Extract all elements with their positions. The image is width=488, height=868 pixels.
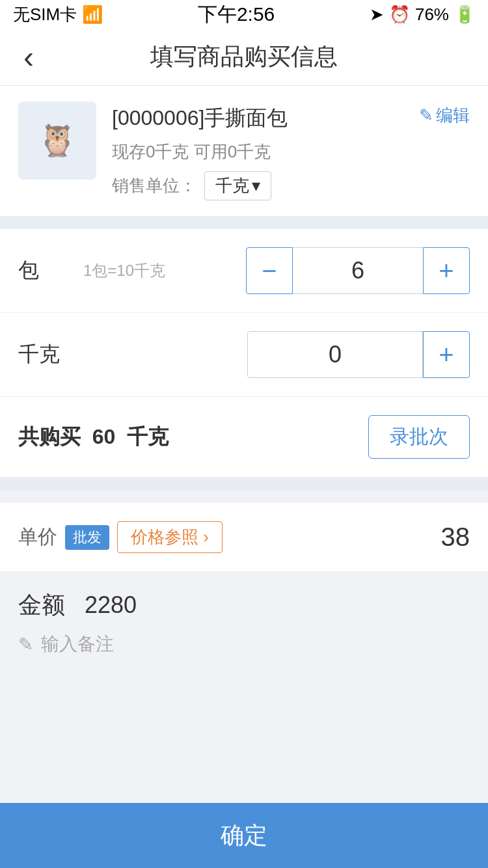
batch-button[interactable]: 录批次 — [368, 415, 470, 459]
confirm-text: 确定 — [221, 820, 267, 852]
kg-plus-button[interactable]: + — [423, 331, 470, 378]
bag-plus-button[interactable]: + — [423, 247, 470, 294]
product-name: [0000006]手撕面包 — [112, 104, 288, 133]
nav-bar: ‹ 填写商品购买信息 — [0, 29, 488, 86]
edit-button[interactable]: ✎ 编辑 — [419, 104, 470, 127]
total-label: 共购买 — [18, 425, 81, 448]
divider-1 — [0, 216, 488, 229]
remark-placeholder: 输入备注 — [41, 632, 114, 657]
total-row: 共购买 60 千克 录批次 — [0, 397, 488, 477]
carrier-text: 无SIM卡 — [13, 3, 77, 26]
battery-text: 76% — [415, 5, 449, 25]
back-button[interactable]: ‹ — [0, 29, 57, 86]
plus-icon: + — [439, 256, 454, 286]
status-left: 无SIM卡 📶 — [13, 3, 103, 26]
product-info: [0000006]手撕面包 ✎ 编辑 现存0千克 可用0千克 销售单位： 千克 … — [112, 102, 470, 200]
total-amount: 60 — [92, 425, 116, 448]
amount-row: 金额 2280 — [18, 590, 470, 621]
kg-input-row: 千克 + — [0, 313, 488, 397]
product-header: [0000006]手撕面包 ✎ 编辑 — [112, 104, 470, 133]
edit-icon: ✎ — [419, 105, 433, 126]
product-logo-icon: 🦉 — [38, 122, 77, 159]
bag-hint: 1包=10千克 — [83, 260, 165, 281]
unit-select[interactable]: 千克 ▾ — [204, 171, 271, 200]
remark-row[interactable]: ✎ 输入备注 — [18, 632, 470, 657]
product-section: 🦉 [0000006]手撕面包 ✎ 编辑 现存0千克 可用0千克 销售单位： 千… — [0, 86, 488, 216]
price-tag: 批发 — [65, 525, 109, 550]
wifi-icon: 📶 — [82, 5, 103, 25]
price-left: 单价 批发 价格参照 › — [18, 521, 223, 553]
amount-label: 金额 — [18, 591, 65, 618]
total-text: 共购买 60 千克 — [18, 423, 169, 452]
page-title: 填写商品购买信息 — [0, 41, 488, 73]
status-bar: 无SIM卡 📶 下午2:56 ➤ ⏰ 76% 🔋 — [0, 0, 488, 29]
back-icon: ‹ — [23, 39, 34, 75]
kg-input[interactable] — [247, 331, 423, 378]
unit-dropdown-icon: ▾ — [252, 176, 260, 196]
divider-2 — [0, 477, 488, 490]
unit-label: 销售单位： — [112, 174, 197, 197]
product-stock: 现存0千克 可用0千克 — [112, 141, 470, 163]
minus-icon: − — [262, 256, 277, 286]
amount-section: 金额 2280 ✎ 输入备注 — [0, 571, 488, 667]
bag-label: 包 — [18, 256, 70, 285]
price-section: 单价 批发 价格参照 › 38 — [0, 503, 488, 571]
product-image: 🦉 — [18, 102, 96, 180]
input-section: 包 1包=10千克 − + 千克 + — [0, 229, 488, 477]
edit-label: 编辑 — [436, 104, 470, 127]
bag-input-row: 包 1包=10千克 − + — [0, 229, 488, 313]
kg-plus-icon: + — [439, 340, 454, 370]
price-value: 38 — [441, 522, 470, 552]
battery-icon: 🔋 — [454, 5, 475, 25]
pencil-icon: ✎ — [18, 634, 33, 655]
bag-input[interactable] — [293, 247, 423, 294]
total-unit: 千克 — [127, 425, 169, 448]
kg-controls: + — [247, 331, 470, 378]
kg-label: 千克 — [18, 340, 70, 369]
bag-minus-button[interactable]: − — [246, 247, 293, 294]
alarm-icon: ⏰ — [389, 5, 410, 25]
time-display: 下午2:56 — [198, 1, 275, 28]
bag-controls: − + — [246, 247, 470, 294]
location-icon: ➤ — [370, 5, 384, 25]
product-unit-row: 销售单位： 千克 ▾ — [112, 171, 470, 200]
price-label: 单价 — [18, 524, 57, 550]
amount-value: 2280 — [85, 591, 137, 618]
price-ref-button[interactable]: 价格参照 › — [117, 521, 223, 553]
unit-value: 千克 — [215, 174, 249, 197]
status-right: ➤ ⏰ 76% 🔋 — [370, 5, 475, 25]
confirm-bar[interactable]: 确定 — [0, 803, 488, 868]
